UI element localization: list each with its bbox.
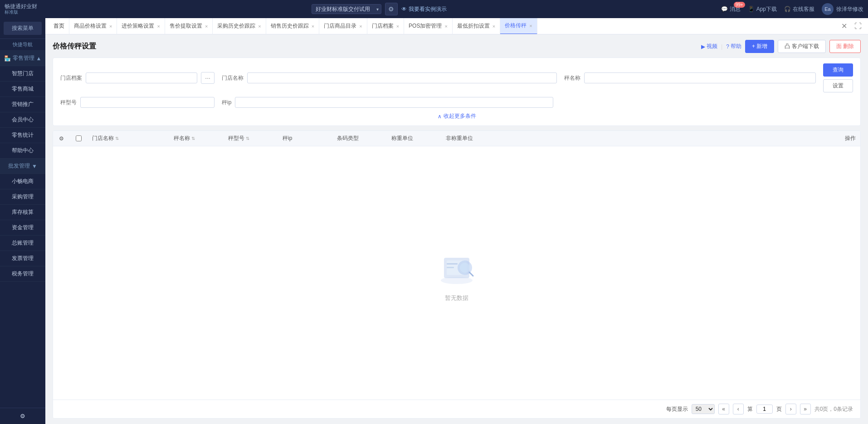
filter-store-name: 门店名称 (222, 63, 557, 92)
tab-purchase-history[interactable]: 采购历史价跟踪 × (213, 18, 266, 34)
sidebar-item-finance[interactable]: 资金管理 (0, 220, 45, 236)
user-item[interactable]: Ea 徐泽华修改 (822, 3, 863, 15)
filter-store-name-input[interactable] (247, 72, 557, 83)
th-scale-name[interactable]: 秤名称 ⇅ (169, 131, 224, 146)
tab-price-scale[interactable]: 价格传秤 × (500, 18, 537, 34)
filter-store-archive: 门店档案 ··· (60, 63, 215, 92)
delete-button[interactable]: 面 删除 (829, 40, 861, 53)
sidebar-search[interactable]: 搜索菜单 (0, 18, 45, 39)
sidebar-gear[interactable]: ⚙ (0, 408, 45, 424)
search-menu-button[interactable]: 搜索菜单 (4, 22, 42, 35)
app-download-item[interactable]: 📱 App下载 (748, 5, 777, 13)
sort-store-name-icon: ⇅ (115, 136, 119, 141)
tab-close-sale-price-extract[interactable]: × (205, 24, 208, 29)
page-number-input[interactable]: 1 (756, 405, 773, 414)
svg-point-4 (460, 263, 470, 273)
sidebar-item-retail-mall[interactable]: 零售商城 (0, 82, 45, 97)
sidebar-item-retail-stats[interactable]: 零售统计 (0, 128, 45, 143)
sidebar-item-general-ledger[interactable]: 总账管理 (0, 236, 45, 251)
query-button[interactable]: 查询 (823, 63, 853, 77)
tab-close-purchase-strategy[interactable]: × (157, 24, 160, 29)
sidebar-item-invoice[interactable]: 发票管理 (0, 251, 45, 266)
th-checkbox[interactable] (69, 132, 88, 145)
tab-close-min-discount[interactable]: × (493, 24, 495, 29)
filter-scale-name-input[interactable] (584, 72, 816, 83)
add-button[interactable]: + 新增 (745, 40, 774, 53)
tab-close-sale-history[interactable]: × (312, 24, 314, 29)
prev-page-btn[interactable]: ‹ (733, 404, 744, 414)
th-scale-model[interactable]: 秤型号 ⇅ (224, 131, 278, 146)
filter-scale-model: 秤型号 (60, 97, 215, 108)
sidebar-item-xiaochang-ecom[interactable]: 小畅电商 (0, 174, 45, 189)
sidebar-item-marketing[interactable]: 营销推广 (0, 97, 45, 112)
online-service-item[interactable]: 🎧 在线客服 (784, 5, 814, 13)
sidebar-item-procurement[interactable]: 采购管理 (0, 189, 45, 205)
messages-item[interactable]: 💬 消息 99+ (721, 5, 741, 13)
tab-close-store-catalog[interactable]: × (359, 24, 362, 29)
video-link[interactable]: ▶ 视频 (701, 43, 717, 50)
tab-sale-price-extract[interactable]: 售价提取设置 × (165, 18, 213, 34)
settings-icon-btn[interactable]: ⚙ (385, 3, 398, 15)
filter-store-archive-dots[interactable]: ··· (201, 72, 215, 84)
th-operation: 操作 (824, 131, 860, 146)
tab-min-discount[interactable]: 最低折扣设置 × (453, 18, 500, 34)
pagination: 每页显示 50100200 « ‹ 算 1 页 › » 共0页，0条记录 (53, 400, 860, 418)
tab-pos-encryption[interactable]: POS加密管理 × (404, 18, 453, 34)
download-client-button[interactable]: 凸 客户端下载 (778, 40, 825, 53)
tab-close-store-archive[interactable]: × (396, 24, 399, 29)
page-size-select[interactable]: 50100200 (692, 404, 715, 414)
filter-placeholder2 (817, 97, 853, 108)
tab-purchase-strategy[interactable]: 进价策略设置 × (117, 18, 165, 34)
filter-store-archive-input[interactable] (86, 72, 197, 83)
tab-product-price[interactable]: 商品价格设置 × (69, 18, 117, 34)
tab-home[interactable]: 首页 (49, 18, 69, 34)
th-store-name[interactable]: 门店名称 ⇅ (88, 131, 169, 146)
settings-button[interactable]: 设置 (823, 79, 853, 92)
th-settings[interactable]: ⚙ (53, 132, 69, 145)
filter-scale-name: 秤名称 (564, 63, 816, 92)
help-link[interactable]: ? 帮助 (726, 43, 741, 50)
collapse-button[interactable]: ∧ 收起更多条件 (438, 112, 476, 120)
tab-close-product-price[interactable]: × (109, 24, 112, 29)
version-select[interactable]: 好业财标准版交付试用 (312, 4, 381, 14)
page-content: 价格传秤设置 ▶ 视频 | ? 帮助 + 新增 凸 客户端下载 面 删除 (45, 34, 868, 424)
version-select-wrap[interactable]: 好业财标准版交付试用 (312, 4, 381, 14)
tab-close-pos-encryption[interactable]: × (444, 24, 447, 29)
select-all-checkbox[interactable] (76, 135, 82, 141)
th-non-weight-unit: 非称重单位 (441, 131, 824, 146)
th-weight-unit: 称重单位 (387, 131, 441, 146)
first-page-btn[interactable]: « (718, 404, 729, 414)
content-area: 首页 商品价格设置 × 进价策略设置 × 售价提取设置 × 采购历史价跟踪 × … (45, 18, 868, 424)
empty-text: 暂无数据 (445, 294, 468, 302)
tab-store-archive[interactable]: 门店档案 × (367, 18, 404, 34)
data-table: ⚙ 门店名称 ⇅ 秤名称 ⇅ (53, 130, 861, 419)
filter-scale-model-input[interactable] (80, 97, 215, 108)
tab-close-purchase-history[interactable]: × (258, 24, 261, 29)
sidebar-item-wholesale-management[interactable]: 批发管理 ▼ (0, 159, 45, 174)
tab-store-catalog[interactable]: 门店商品目录 × (319, 18, 367, 34)
messages-badge: 99+ (734, 2, 745, 8)
next-page-btn[interactable]: › (785, 404, 796, 414)
filter-placeholder (561, 97, 809, 108)
sidebar-item-smart-store[interactable]: 智慧门店 (0, 66, 45, 82)
filter-scale-model-label: 秤型号 (60, 99, 77, 106)
sidebar-item-membership[interactable]: 会员中心 (0, 112, 45, 128)
tab-close-price-scale[interactable]: × (529, 23, 532, 29)
demo-link[interactable]: 👁 我要看实例演示 (401, 5, 447, 13)
top-bar: 畅捷通好业财 标准版 好业财标准版交付试用 ⚙ 👁 我要看实例演示 💬 消息 9… (0, 0, 868, 18)
sidebar-item-retail-management[interactable]: 🏪 零售管理 ▲ (0, 51, 45, 66)
sidebar-item-inventory[interactable]: 库存核算 (0, 205, 45, 220)
table-settings-icon: ⚙ (59, 135, 64, 142)
top-bar-center: 好业财标准版交付试用 ⚙ 👁 我要看实例演示 (312, 3, 447, 15)
sidebar-item-help-center[interactable]: 帮助中心 (0, 143, 45, 159)
filter-row-1: 门店档案 ··· 门店名称 秤名称 查询 设置 (60, 63, 853, 92)
svg-line-5 (469, 272, 473, 276)
tab-close-all-btn[interactable]: ✕ (839, 21, 850, 31)
tab-sale-history[interactable]: 销售历史价跟踪 × (266, 18, 319, 34)
filter-scale-ip-input[interactable] (235, 97, 553, 108)
th-barcode-type: 条码类型 (332, 131, 387, 146)
tab-expand-btn[interactable]: ⛶ (852, 21, 864, 31)
last-page-btn[interactable]: » (800, 404, 811, 414)
filter-store-name-label: 门店名称 (222, 74, 244, 82)
sidebar-item-tax[interactable]: 税务管理 (0, 266, 45, 282)
